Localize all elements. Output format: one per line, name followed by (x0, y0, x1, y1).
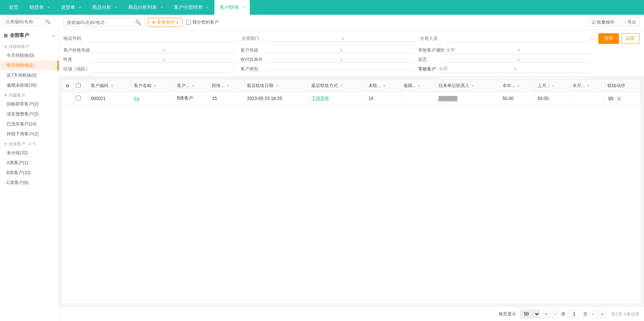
page-size-select[interactable]: 50 20 100 (520, 310, 540, 318)
th-name: 客户名称 ⇅ (132, 80, 175, 92)
sort-unit-contact[interactable]: ⇅ (471, 84, 474, 88)
sidebar-search-input[interactable] (3, 18, 43, 26)
nav-sales-order[interactable]: 销货单 × (24, 0, 55, 15)
sidebar-churn-warning[interactable]: 流失预警客户(3) (0, 109, 59, 119)
td-action: ☎ ⊞ (605, 92, 640, 105)
status-select[interactable]: ∨ (444, 57, 591, 63)
sidebar: 🔍 ⊞ 全部客户 « ▼ 待联络客户 今天待联络(0) 明天待联络(1) 近7天… (0, 15, 59, 321)
nav-purchase-order[interactable]: 进货单 × (56, 0, 86, 15)
filter-status: 状态 ∨ (418, 56, 591, 63)
nav-close-sales[interactable]: × (48, 5, 50, 10)
nav-customer-layered[interactable]: 客户分层经营 × (169, 0, 214, 15)
sort-last-month[interactable]: ⇅ (552, 84, 555, 88)
grid-icon: ⊞ (4, 33, 8, 38)
sidebar-today-pending[interactable]: 今天待联络(0) (0, 51, 59, 61)
edit-icon[interactable]: ✎ (33, 142, 36, 146)
pending-section-title: ▼ 待联络客户 (0, 42, 59, 51)
pending-arrow: ▼ (4, 45, 7, 49)
retail-customer-select[interactable]: 全部 ∨ (437, 65, 591, 73)
select-all-checkbox[interactable] (76, 83, 81, 88)
filter-row-1: 电话号码 分管部门 ∨ 分管人员 ··· 查询 设置 (63, 33, 640, 44)
sort-overdue[interactable]: ⇅ (418, 84, 421, 88)
query-btn[interactable]: 查询 (598, 33, 619, 44)
th-code: 客户编码 ⇅ (88, 80, 132, 92)
sort-type[interactable]: ⇅ (192, 84, 195, 88)
table-row: 000021 Ea B类客户 15 2023-05-23 18:25: (62, 92, 641, 105)
value-section-title: ▼ 价值客户 ↺ ✎ (0, 139, 59, 148)
retail-attr-select[interactable]: 全部 ∨ (445, 46, 591, 54)
sort-last-way[interactable]: ⇅ (340, 84, 343, 88)
refresh-icon[interactable]: ↺ (28, 142, 31, 146)
nav-close-product-list[interactable]: × (161, 5, 163, 10)
manager-dots[interactable]: ··· (590, 36, 594, 41)
first-page-btn[interactable]: « (542, 310, 550, 318)
collapse-icon[interactable]: « (53, 33, 55, 38)
customer-type-select[interactable] (266, 68, 413, 70)
nav-close-purchase[interactable]: × (79, 5, 81, 10)
gender-select[interactable]: ∨ (89, 57, 236, 63)
sidebar-search-icon[interactable]: 🔍 (45, 19, 50, 24)
nav-close-product[interactable]: × (115, 5, 117, 10)
sort-no-contact[interactable]: ⇅ (383, 84, 386, 88)
my-customers-filter[interactable]: 我分管的客户 (186, 19, 219, 25)
top-nav: 首页 销货单 × 进货单 × 商品分析 × 商品分析列表 × 客户分层经营 × … (0, 0, 644, 15)
sidebar-declining[interactable]: 持续下滑客户(2) (0, 129, 59, 139)
sidebar-overdue-pending[interactable]: 逾期未联络(30) (0, 80, 59, 90)
search-input[interactable] (67, 20, 135, 25)
filter-caret: ∧ (176, 20, 179, 25)
sidebar-churned[interactable]: 已流失客户(24) (0, 119, 59, 129)
region-input[interactable] (90, 66, 231, 73)
region-dots[interactable]: ··· (232, 66, 236, 72)
nav-close-contact[interactable]: × (242, 5, 245, 10)
sidebar-repurchase-abnormal[interactable]: 回购异常客户(2) (0, 99, 59, 109)
sort-name[interactable]: ⇅ (154, 84, 157, 88)
payment-select[interactable]: ∨ (266, 57, 413, 63)
customer-grade-select[interactable]: ∨ (266, 47, 413, 53)
sidebar-class-c[interactable]: C类客户(6) (0, 178, 59, 188)
grid-action-icon[interactable]: ⊞ (617, 96, 621, 101)
status-caret: ∨ (517, 58, 589, 62)
dept-caret: ∨ (342, 37, 414, 41)
sort-last-date[interactable]: ⇅ (276, 84, 279, 88)
manager-input[interactable] (446, 35, 589, 42)
sort-contact[interactable]: ⇅ (227, 84, 230, 88)
sort-this-year[interactable]: ⇅ (517, 84, 520, 88)
gender-caret: ∨ (163, 58, 235, 62)
sidebar-ungrouped[interactable]: 未分组(32) (0, 148, 59, 158)
gear-icon[interactable]: ⚙ (66, 83, 70, 89)
sort-code[interactable]: ⇅ (111, 84, 113, 88)
nav-product-analysis-list[interactable]: 商品分析列表 × (123, 0, 168, 15)
td-code: 000021 (88, 92, 132, 105)
export-btn[interactable]: ↑ 导出 (621, 18, 640, 27)
prev-page-btn[interactable]: ‹ (552, 310, 559, 318)
nav-home[interactable]: 首页 (4, 0, 24, 15)
customer-level-select[interactable]: ∨ (90, 47, 236, 53)
next-page-btn[interactable]: › (590, 310, 596, 318)
sidebar-class-a[interactable]: A类客户(1) (0, 158, 59, 168)
row-checkbox[interactable] (76, 96, 81, 100)
phone-input[interactable] (89, 35, 237, 42)
dept-select[interactable]: ∨ (267, 36, 416, 42)
search-icon[interactable]: 🔍 (135, 20, 141, 25)
nav-close-layered[interactable]: × (206, 5, 209, 10)
sidebar-class-b[interactable]: B类客户(33) (0, 168, 59, 178)
sidebar-7days-pending[interactable]: 近7天待联络(0) (0, 70, 59, 80)
last-page-btn[interactable]: » (599, 310, 606, 318)
th-this-year: 本年... ⇅ (500, 80, 535, 92)
value-arrow: ▼ (4, 142, 7, 146)
level-caret: ∨ (163, 48, 235, 52)
phone-action-icon[interactable]: ☎ (608, 96, 614, 101)
settings-btn[interactable]: 设置 (621, 33, 640, 44)
sidebar-all-customers[interactable]: ⊞ 全部客户 « (0, 29, 59, 42)
nav-customer-contact[interactable]: 客户联络 × (214, 0, 250, 15)
problem-section-title: ▼ 问题客户 (0, 90, 59, 99)
nav-product-analysis[interactable]: 商品分析 × (87, 0, 122, 15)
td-no-contact: 14 (366, 92, 401, 105)
page-input[interactable] (568, 310, 581, 318)
sidebar-tomorrow-pending[interactable]: 明天待联络(1) (0, 61, 59, 70)
sort-this-month[interactable]: ⇅ (587, 84, 590, 88)
my-customers-checkbox[interactable] (186, 20, 191, 25)
batch-operation-btn[interactable]: ☑ 批量操作 (588, 18, 618, 27)
td-last-way: 下销货单 (309, 92, 366, 105)
more-filter-btn[interactable]: ▼ 更多条件 ∧ (148, 18, 182, 27)
